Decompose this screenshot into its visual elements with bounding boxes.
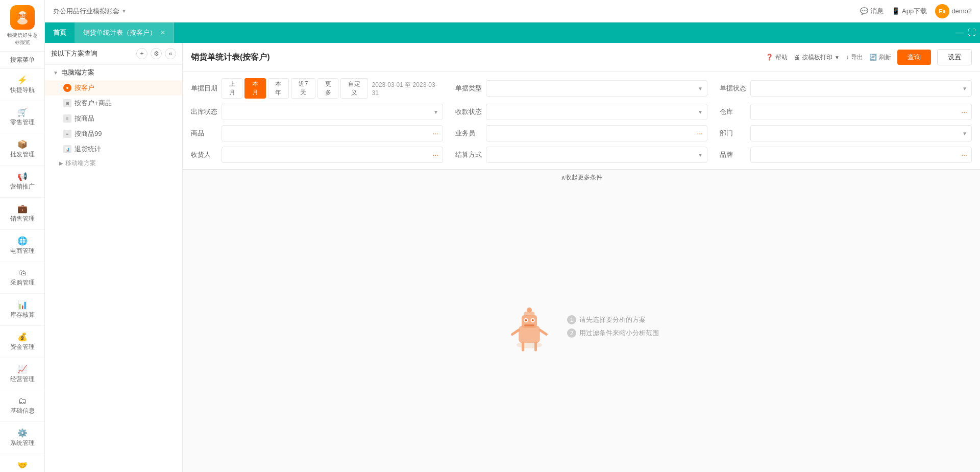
date-custom[interactable]: 自定义 bbox=[340, 78, 368, 99]
page-title: 销货单统计表(按客户) bbox=[191, 52, 270, 63]
filter-warehouse: 仓库 ··· bbox=[720, 104, 972, 120]
sidebar-item-marketing[interactable]: 📢 营销推广 bbox=[0, 166, 44, 198]
empty-state-illustration bbox=[504, 302, 555, 355]
print-button[interactable]: 🖨 按模板打印 ▼ bbox=[794, 53, 840, 62]
by-goods-icon: ≡ bbox=[63, 114, 71, 123]
sales-label: 销售管理 bbox=[2, 215, 42, 223]
help-button[interactable]: ❓ 帮助 bbox=[766, 53, 788, 62]
sidebar-item-ecommerce[interactable]: 🌐 电商管理 bbox=[0, 230, 44, 262]
by-customer-label: 按客户 bbox=[75, 83, 94, 92]
goods-select[interactable]: ··· bbox=[222, 125, 443, 141]
tree-child-goods99[interactable]: ≡ 按商品99 bbox=[45, 126, 182, 141]
order-status-select[interactable]: ▼ bbox=[750, 80, 972, 97]
brand-select[interactable]: ··· bbox=[750, 147, 972, 163]
sidebar-item-cooperation[interactable]: 🤝 企业协同 bbox=[0, 454, 44, 472]
svg-text:畅捷: 畅捷 bbox=[18, 13, 28, 18]
sidebar-item-purchase[interactable]: 🛍 采购管理 bbox=[0, 262, 44, 294]
salesperson-dots: ··· bbox=[697, 129, 703, 137]
tab-close-icon[interactable]: ✕ bbox=[160, 29, 165, 36]
empty-tip-2: 2 用过滤条件来缩小分析范围 bbox=[567, 328, 659, 338]
sidebar-logo: 畅捷 畅捷信好生意 标报览 bbox=[0, 0, 44, 52]
receiver-select[interactable]: ··· bbox=[222, 147, 443, 163]
customer-goods-icon: ⊞ bbox=[63, 99, 71, 107]
date-this-month[interactable]: 本月 bbox=[244, 78, 265, 99]
goods99-label: 按商品99 bbox=[75, 129, 102, 138]
settings-button[interactable]: 设置 bbox=[937, 49, 972, 65]
date-more[interactable]: 更多 bbox=[317, 78, 338, 99]
refresh-button[interactable]: 🔄 刷新 bbox=[869, 53, 891, 62]
filter-settle: 结算方式 ▼ bbox=[455, 147, 707, 163]
collapse-panel-button[interactable]: « bbox=[165, 48, 176, 59]
query-button[interactable]: 查询 bbox=[897, 50, 931, 65]
settle-select[interactable]: ▼ bbox=[486, 147, 707, 163]
receive-status-select[interactable]: ▼ bbox=[486, 104, 707, 120]
tree-section-desktop[interactable]: ▼ 电脑端方案 bbox=[45, 65, 182, 80]
system-icon: ⚙️ bbox=[2, 428, 42, 438]
tree-child-by-goods[interactable]: ≡ 按商品 bbox=[45, 111, 182, 126]
warehouse-select[interactable]: ··· bbox=[750, 104, 972, 120]
left-panel: 按以下方案查询 + ⚙ « ▼ bbox=[45, 43, 183, 472]
tree-child-customer-goods[interactable]: ⊞ 按客户+商品 bbox=[45, 96, 182, 111]
search-label[interactable]: 搜索菜单 bbox=[10, 56, 35, 63]
tree-child-return-stats[interactable]: 📊 退货统计 bbox=[45, 141, 182, 157]
department-select[interactable]: ▼ bbox=[750, 125, 972, 141]
tab-sales-report[interactable]: 销货单统计表（按客户） ✕ bbox=[75, 22, 174, 43]
user-profile[interactable]: Ea demo2 bbox=[935, 4, 972, 18]
tree-child-by-customer[interactable]: ● 按客户 bbox=[45, 80, 182, 96]
sidebar-item-retail[interactable]: 🛒 零售管理 bbox=[0, 101, 44, 133]
tab-expand-icon[interactable]: ⛶ bbox=[968, 28, 976, 37]
sidebar-search[interactable]: 搜索菜单 bbox=[0, 52, 44, 69]
filter-salesperson: 业务员 ··· bbox=[455, 125, 707, 141]
department-label: 部门 bbox=[720, 129, 750, 138]
mobile-section-label: 移动端方案 bbox=[65, 159, 96, 168]
salesperson-select[interactable]: ··· bbox=[486, 125, 707, 141]
order-status-arrow: ▼ bbox=[962, 86, 967, 91]
tab-minimize-icon[interactable]: — bbox=[955, 28, 964, 37]
filter-goods: 商品 ··· bbox=[191, 125, 443, 141]
order-type-select[interactable]: ▼ bbox=[486, 80, 707, 97]
sidebar-item-inventory[interactable]: 📊 库存核算 bbox=[0, 294, 44, 326]
account-dropdown[interactable]: 办公用品行业模拟账套 ▼ bbox=[53, 7, 127, 16]
settings-icon: ⚙ bbox=[154, 50, 159, 57]
filter-order-type: 单据类型 ▼ bbox=[455, 80, 707, 97]
tab-actions: — ⛶ bbox=[955, 28, 980, 37]
settings-scheme-button[interactable]: ⚙ bbox=[151, 48, 162, 59]
wholesale-icon: 📦 bbox=[2, 139, 42, 149]
by-customer-dot: ● bbox=[63, 84, 71, 92]
date-range: 2023-03-01 至 2023-03-31 bbox=[372, 81, 443, 97]
sidebar-item-finance[interactable]: 💰 资金管理 bbox=[0, 326, 44, 358]
out-status-select[interactable]: ▼ bbox=[222, 104, 443, 120]
marketing-label: 营销推广 bbox=[2, 182, 42, 191]
tab-home-label: 首页 bbox=[53, 28, 66, 37]
date-last-month[interactable]: 上月 bbox=[222, 78, 242, 99]
collapse-filter-button[interactable]: ∧ 收起更多条件 bbox=[183, 170, 980, 185]
sidebar-item-system[interactable]: ⚙️ 系统管理 bbox=[0, 422, 44, 454]
sidebar-item-quicknav[interactable]: ⚡ 快捷导航 bbox=[0, 69, 44, 101]
wholesale-label: 批发管理 bbox=[2, 150, 42, 159]
date-this-year[interactable]: 本年 bbox=[268, 78, 289, 99]
export-button[interactable]: ↓ 导出 bbox=[846, 53, 863, 62]
message-label: 消息 bbox=[870, 7, 884, 16]
tree-section-mobile[interactable]: ▶ 移动端方案 bbox=[45, 157, 182, 170]
svg-rect-4 bbox=[519, 325, 540, 342]
sidebar-item-sales[interactable]: 💼 销售管理 bbox=[0, 198, 44, 230]
cooperation-icon: 🤝 bbox=[2, 460, 42, 470]
return-stats-icon: 📊 bbox=[63, 145, 71, 153]
filter-area: 单据日期 上月 本月 本年 近7天 更多 自定义 20 bbox=[183, 72, 980, 170]
add-scheme-button[interactable]: + bbox=[136, 48, 148, 59]
page-header: 销货单统计表(按客户) ❓ 帮助 🖨 按模板打印 ▼ ↓ bbox=[183, 43, 980, 72]
print-label: 按模板打印 bbox=[802, 53, 832, 62]
sidebar-item-basic[interactable]: 🗂 基础信息 bbox=[0, 390, 44, 422]
sidebar-item-operation[interactable]: 📈 经营管理 bbox=[0, 358, 44, 390]
basic-icon: 🗂 bbox=[2, 396, 42, 406]
app-download-button[interactable]: 📱 App下载 bbox=[892, 7, 927, 16]
logo-text: 畅捷信好生意 bbox=[4, 32, 40, 39]
date-last-7[interactable]: 近7天 bbox=[291, 78, 315, 99]
filter-brand: 品牌 ··· bbox=[720, 147, 972, 163]
message-button[interactable]: 💬 消息 bbox=[860, 7, 884, 16]
filter-row-2: 出库状态 ▼ 收款状态 ▼ bbox=[191, 104, 972, 120]
tab-home[interactable]: 首页 bbox=[45, 22, 75, 43]
sidebar-item-wholesale[interactable]: 📦 批发管理 bbox=[0, 133, 44, 166]
filter-receive-status: 收款状态 ▼ bbox=[455, 104, 707, 120]
main-area: 办公用品行业模拟账套 ▼ 💬 消息 📱 App下载 Ea demo2 bbox=[45, 0, 980, 472]
